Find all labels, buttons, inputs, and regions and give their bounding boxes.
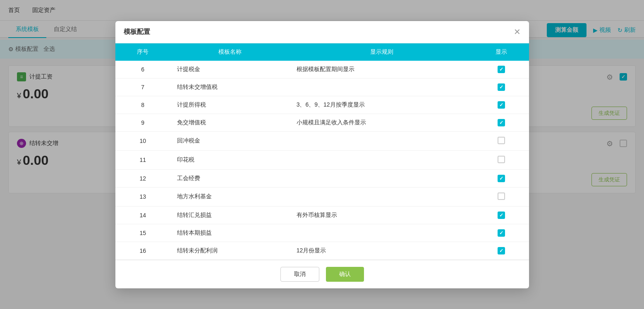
row-display-checkbox[interactable]	[498, 101, 505, 109]
row-index: 16	[115, 242, 170, 259]
row-display-cell	[474, 242, 529, 259]
modal-close-button[interactable]: ✕	[514, 28, 521, 36]
row-index: 15	[115, 224, 170, 242]
row-display-cell	[474, 150, 529, 169]
table-row: 9免交增值税小规模且满足收入条件显示	[115, 114, 529, 131]
row-display-checkbox[interactable]	[498, 212, 505, 219]
table-row: 13地方水利基金	[115, 187, 529, 206]
row-display-cell	[474, 169, 529, 187]
table-body: 6计提税金根据模板配置期间显示7结转未交增值税8计提所得税3、6、9、12月按季…	[115, 61, 529, 260]
row-rule: 小规模且满足收入条件显示	[290, 114, 474, 131]
row-display-cell	[474, 131, 529, 150]
row-display-checkbox[interactable]	[498, 83, 505, 91]
table-row: 8计提所得税3、6、9、12月按季度显示	[115, 96, 529, 114]
row-display-checkbox[interactable]	[498, 175, 505, 182]
row-rule	[290, 78, 474, 96]
row-name: 计提所得税	[170, 96, 290, 114]
row-display-checkbox[interactable]	[498, 229, 505, 237]
table-header: 序号 模板名称 显示规则 显示	[115, 43, 529, 61]
cancel-button[interactable]: 取消	[280, 267, 319, 282]
col-name: 模板名称	[170, 43, 290, 61]
row-name: 印花税	[170, 150, 290, 169]
row-display-checkbox[interactable]	[498, 193, 505, 200]
row-index: 12	[115, 169, 170, 187]
row-rule	[290, 187, 474, 206]
row-index: 9	[115, 114, 170, 131]
row-name: 计提税金	[170, 61, 290, 78]
row-rule	[290, 224, 474, 242]
modal-body: 序号 模板名称 显示规则 显示 6计提税金根据模板配置期间显示7结转未交增值税8…	[115, 43, 529, 260]
row-display-cell	[474, 78, 529, 96]
row-display-cell	[474, 61, 529, 78]
row-index: 14	[115, 206, 170, 224]
row-display-checkbox[interactable]	[498, 156, 505, 163]
row-display-checkbox[interactable]	[498, 247, 505, 254]
table-row: 7结转未交增值税	[115, 78, 529, 96]
row-index: 8	[115, 96, 170, 114]
row-display-checkbox[interactable]	[498, 66, 505, 73]
row-name: 回冲税金	[170, 131, 290, 150]
template-config-modal: 模板配置 ✕ 序号 模板名称 显示规则 显示 6计提税金根据模板配置期间显示7结…	[115, 21, 529, 288]
row-rule	[290, 169, 474, 187]
row-display-cell	[474, 224, 529, 242]
table-row: 10回冲税金	[115, 131, 529, 150]
confirm-button[interactable]: 确认	[326, 267, 364, 282]
row-index: 11	[115, 150, 170, 169]
row-name: 结转本期损益	[170, 224, 290, 242]
row-index: 13	[115, 187, 170, 206]
row-display-cell	[474, 187, 529, 206]
table-row: 12工会经费	[115, 169, 529, 187]
col-display: 显示	[474, 43, 529, 61]
row-name: 工会经费	[170, 169, 290, 187]
row-index: 6	[115, 61, 170, 78]
row-name: 结转汇兑损益	[170, 206, 290, 224]
row-rule	[290, 150, 474, 169]
row-index: 7	[115, 78, 170, 96]
table-row: 11印花税	[115, 150, 529, 169]
row-display-cell	[474, 206, 529, 224]
row-name: 结转未分配利润	[170, 242, 290, 259]
col-index: 序号	[115, 43, 170, 61]
row-rule: 根据模板配置期间显示	[290, 61, 474, 78]
table-row: 16结转未分配利润12月份显示	[115, 242, 529, 259]
modal-header: 模板配置 ✕	[115, 21, 529, 43]
col-rule: 显示规则	[290, 43, 474, 61]
row-name: 结转未交增值税	[170, 78, 290, 96]
table-row: 14结转汇兑损益有外币核算显示	[115, 206, 529, 224]
table-row: 15结转本期损益	[115, 224, 529, 242]
row-rule: 12月份显示	[290, 242, 474, 259]
row-display-cell	[474, 114, 529, 131]
modal-overlay: 模板配置 ✕ 序号 模板名称 显示规则 显示 6计提税金根据模板配置期间显示7结…	[0, 0, 644, 309]
template-table: 序号 模板名称 显示规则 显示 6计提税金根据模板配置期间显示7结转未交增值税8…	[115, 43, 529, 260]
row-rule	[290, 131, 474, 150]
modal-title: 模板配置	[124, 28, 150, 36]
modal-footer: 取消 确认	[115, 260, 529, 288]
row-name: 地方水利基金	[170, 187, 290, 206]
row-index: 10	[115, 131, 170, 150]
row-display-cell	[474, 96, 529, 114]
row-name: 免交增值税	[170, 114, 290, 131]
row-rule: 3、6、9、12月按季度显示	[290, 96, 474, 114]
row-rule: 有外币核算显示	[290, 206, 474, 224]
row-display-checkbox[interactable]	[498, 119, 505, 126]
row-display-checkbox[interactable]	[498, 137, 505, 144]
table-row: 6计提税金根据模板配置期间显示	[115, 61, 529, 78]
